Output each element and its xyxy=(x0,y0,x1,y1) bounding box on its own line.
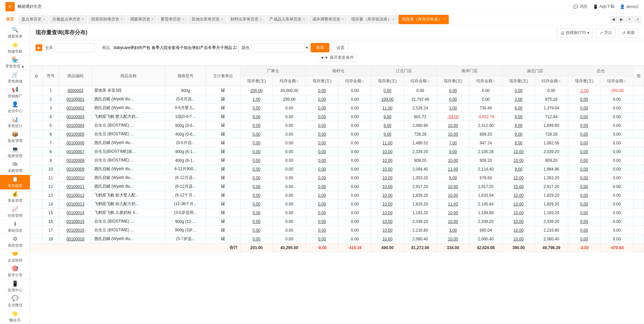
sidebar-item-purchase[interactable]: 🛍 采购管理 xyxy=(0,160,30,175)
tab-7[interactable]: 材料出库单历史 × xyxy=(227,15,265,24)
product-code[interactable]: 00100005 xyxy=(59,130,92,139)
table-row: 8 00100007 合生元(BIOSTIME)派... 900g (6-1..… xyxy=(31,147,644,156)
product-code[interactable]: 00100016 xyxy=(59,226,92,235)
logo-area: 好 畅捷通好生意 xyxy=(5,2,42,11)
sidebar-item-mgmt[interactable]: 📈 经营管理 xyxy=(0,204,30,219)
table-row: 2 00100001 惠氏启赋 (Wyeth illu... (0-6月适...… xyxy=(31,95,644,104)
product-name: 惠氏启赋 (Wyeth illu... xyxy=(92,235,165,243)
color-dropdown-icon: ▾ xyxy=(306,45,308,50)
app-download-button[interactable]: 📱 App下载 xyxy=(593,4,614,9)
th-name: 商品名称 xyxy=(92,66,165,86)
sidebar-item-inventory[interactable]: 📋 库存核算 xyxy=(0,175,30,190)
product-name: 惠氏启赋 (Wyeth illu... xyxy=(92,95,165,104)
export-button[interactable]: ↗ 导出 xyxy=(596,28,616,38)
sidebar-item-finance[interactable]: 💰 资金管理 xyxy=(0,190,30,204)
th-lucun-wh: 陆村仓 xyxy=(306,66,371,76)
tab-3[interactable]: 组装拆卸单历史 × xyxy=(88,15,126,24)
product-code[interactable]: 00100013 xyxy=(59,200,92,209)
color-input[interactable] xyxy=(251,43,305,52)
guide-icon: 🎯 xyxy=(12,265,18,272)
warehouse-more-btn[interactable]: ··· xyxy=(96,45,99,50)
member-icon: 👤 xyxy=(12,101,18,107)
sidebar-item-nav[interactable]: ⭐ 快捷导航 xyxy=(0,40,30,55)
table-wrapper[interactable]: ⚙ 序号 商品编码 商品名称 规格型号 主计量单位 厂家仓 陆村仓 江北门店 南… xyxy=(30,66,644,324)
tab-9[interactable]: 成本调整单历史 × xyxy=(309,15,347,24)
sidebar-item-guide[interactable]: 🎯 新手引导 xyxy=(0,264,30,279)
setting-button[interactable]: 设置 xyxy=(332,43,349,52)
table-row: 5 00100004 合生元 (BIOSTIME) ... 900g (0-6.… xyxy=(31,121,644,130)
message-button[interactable]: 💬 消息 xyxy=(573,4,588,9)
nav-expand[interactable]: ⤢ xyxy=(634,16,641,23)
appstore-icon: 📱 xyxy=(12,280,18,287)
page-header: 现存量查询(库存分布) 🖨 按模板打印 ▾ ↗ 导出 ↺ 刷新 xyxy=(30,26,644,40)
sidebar-item-wholesale[interactable]: 📦 批发管理 xyxy=(0,130,30,145)
sidebar-item-shop[interactable]: 🛒 零售商城 xyxy=(0,70,30,85)
product-code[interactable]: 00100001 xyxy=(59,95,92,104)
product-name: 合生元 (BIOSTIME) ... xyxy=(92,217,165,226)
sidebar-item-wecom[interactable]: 💬 企业微信 xyxy=(0,294,30,309)
warehouse-input[interactable] xyxy=(54,43,95,52)
vip-icon: 🌟 xyxy=(12,310,18,317)
tab-2[interactable]: 分量盘点单历史 × xyxy=(49,15,87,24)
tab-8[interactable]: 产成品入库单历史 × xyxy=(266,15,308,24)
product-name: 飞鹤星飞帆 幼儿配方奶... xyxy=(92,200,165,209)
print-button[interactable]: 🖨 按模板打印 ▾ xyxy=(557,28,593,38)
th-c1-qty: 现存量(主) xyxy=(240,76,273,86)
tab-11-active[interactable]: 现存量（库存分布表） × xyxy=(398,15,449,24)
th-t-amt: 结存金额① xyxy=(600,76,633,86)
refresh-button[interactable]: ↺ 刷新 xyxy=(619,28,639,38)
sidebar-item-retail[interactable]: 🏪 零售管理 ▲ xyxy=(0,55,30,70)
nav-prev[interactable]: ◀ xyxy=(610,16,617,23)
sidebar-item-info[interactable]: ℹ 基础信息 xyxy=(0,220,30,234)
product-code[interactable]: 00100015 xyxy=(59,217,92,226)
tab-1[interactable]: 盘点单历史 × xyxy=(18,15,48,24)
refresh-icon: ↺ xyxy=(622,31,626,35)
sidebar-item-ecom[interactable]: 💻 电商管理 xyxy=(0,145,30,160)
wholesale-icon: 📦 xyxy=(12,131,18,137)
sidebar-item-search[interactable]: 🔍 搜索英单 xyxy=(0,26,30,40)
product-code[interactable]: 00100009 xyxy=(59,165,92,174)
tab-5[interactable]: 要货单历史 × xyxy=(157,15,187,24)
product-name: 惠氏启赋 (Wyeth illu... xyxy=(92,139,165,147)
product-code[interactable]: 00100011 xyxy=(59,182,92,191)
product-code[interactable]: 00100018 xyxy=(59,235,92,243)
product-code[interactable]: 00100008 xyxy=(59,156,92,165)
tab-home[interactable]: 首页 xyxy=(3,15,17,24)
product-code[interactable]: 00100004 xyxy=(59,121,92,130)
sidebar-item-member[interactable]: 👤 会员中心 xyxy=(0,100,30,115)
product-code[interactable]: 00100014 xyxy=(59,209,92,217)
sidebar-item-collab[interactable]: 🤝 企业协同 xyxy=(0,249,30,264)
sidebar-item-vip[interactable]: 🌟 畅会员 xyxy=(0,309,30,324)
expand-button[interactable]: ▼▼ 展开更多条件 xyxy=(317,54,357,61)
search-button[interactable]: 查询 xyxy=(311,43,329,52)
sidebar-item-marketing[interactable]: 📢 营销推广 xyxy=(0,85,30,100)
nav-tabs: 首页 盘点单历史 × 分量盘点单历史 × 组装拆卸单历史 × 调拨单历史 × 要… xyxy=(0,13,644,26)
th-idx: 序号 xyxy=(43,66,59,86)
product-code[interactable]: 00100002 xyxy=(59,104,92,112)
product-code[interactable]: 0000003 xyxy=(59,86,92,95)
product-code[interactable]: 00100012 xyxy=(59,191,92,200)
product-code[interactable]: 00100007 xyxy=(59,147,92,156)
th-settings[interactable]: ⚙ xyxy=(31,66,43,86)
product-name: 合生元 (BIOSTIME) ... xyxy=(92,156,165,165)
product-code[interactable]: 00100010 xyxy=(59,174,92,182)
nav-close[interactable]: × xyxy=(626,16,633,23)
goods-input[interactable] xyxy=(111,43,239,52)
tab-10[interactable]: 现存量（库存状况表） × xyxy=(348,15,398,24)
wecom-icon: 💬 xyxy=(12,295,18,302)
sidebar-item-appstore[interactable]: 📱 应用中心 xyxy=(0,279,30,294)
product-name: 惠氏启赋 (Wyeth illu... xyxy=(92,174,165,182)
product-code[interactable]: 00100006 xyxy=(59,139,92,147)
collapse-arrow[interactable]: ▶ xyxy=(36,44,42,51)
table-row: 12 00100011 惠氏启赋 (Wyeth illu... (6-12月适.… xyxy=(31,182,644,191)
nav-next[interactable]: ▶ xyxy=(618,16,625,23)
collab-icon: 🤝 xyxy=(12,250,18,257)
th-unit: 主计量单位 xyxy=(206,66,240,86)
product-code[interactable]: 00100003 xyxy=(59,112,92,121)
th-c3-amt: 结存金额① xyxy=(404,76,437,86)
user-avatar[interactable]: 👤 demo2 xyxy=(620,4,639,9)
tab-4[interactable]: 调拨单历史 × xyxy=(127,15,157,24)
sidebar-item-stats[interactable]: 📊 零售统计 xyxy=(0,115,30,130)
tab-6[interactable]: 其他出库单历史 × xyxy=(188,15,226,24)
sidebar-item-sys[interactable]: ⚙ 系统管理 xyxy=(0,234,30,249)
